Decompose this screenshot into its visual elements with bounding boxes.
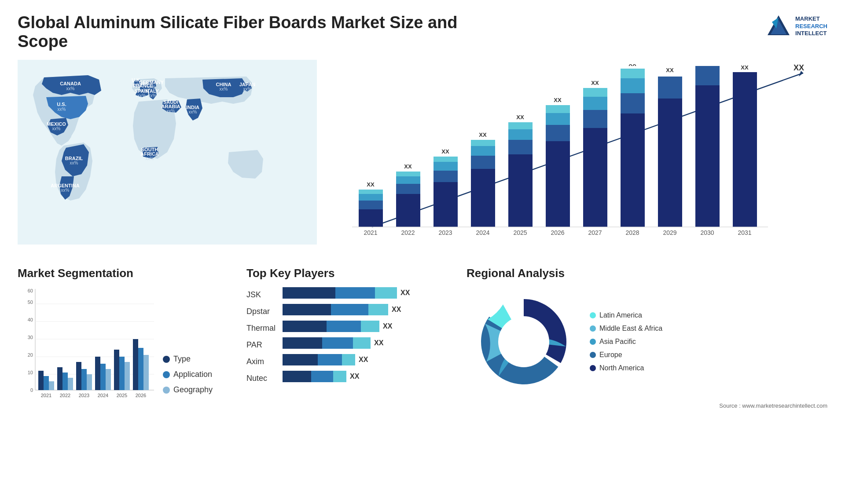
svg-text:2024: 2024 <box>476 229 489 236</box>
svg-text:0: 0 <box>30 387 33 393</box>
svg-text:2028: 2028 <box>625 229 639 236</box>
svg-rect-41 <box>359 194 383 201</box>
player-row-nutec: XX <box>283 368 458 385</box>
svg-text:2021: 2021 <box>41 393 51 398</box>
svg-text:XX: XX <box>441 148 449 155</box>
svg-text:xx%: xx% <box>148 93 157 98</box>
segmentation-title: Market Segmentation <box>18 267 238 280</box>
player-bar-jsk-mid <box>335 287 375 299</box>
header: Global Aluminum Silicate Fiber Boards Ma… <box>18 13 827 51</box>
source-text: Source : www.marketresearchintellect.com <box>467 402 827 409</box>
legend-type-dot <box>163 356 170 363</box>
svg-text:XX: XX <box>554 97 562 103</box>
bottom-row: Market Segmentation 0 10 20 30 40 50 60 <box>18 267 827 409</box>
svg-rect-67 <box>546 105 570 113</box>
svg-rect-123 <box>100 364 106 390</box>
svg-text:20: 20 <box>28 352 33 358</box>
svg-text:2024: 2024 <box>98 393 108 398</box>
svg-rect-59 <box>508 154 533 227</box>
reg-label-europe: Europe <box>599 351 622 359</box>
svg-rect-49 <box>434 182 458 227</box>
player-bar-jsk <box>283 287 397 299</box>
player-bar-jsk-light <box>375 287 397 299</box>
reg-legend-mea: Middle East & Africa <box>590 325 662 332</box>
svg-rect-57 <box>471 140 495 146</box>
player-bar-axim <box>283 354 355 365</box>
player-bar-dpstar-mid <box>331 304 368 315</box>
regional-section: Regional Analysis <box>467 267 827 409</box>
player-bar-nutec-mid <box>311 371 333 382</box>
page-wrapper: Global Aluminum Silicate Fiber Boards Ma… <box>0 0 845 504</box>
svg-text:2026: 2026 <box>551 229 564 236</box>
svg-rect-113 <box>38 371 44 390</box>
player-label-axim: Axim <box>246 353 276 370</box>
legend-application-label: Application <box>173 370 212 379</box>
seg-chart-svg: 0 10 20 30 40 50 60 <box>18 285 158 408</box>
svg-text:xx%: xx% <box>138 93 146 98</box>
reg-dot-europe <box>590 352 596 358</box>
svg-rect-74 <box>621 113 645 227</box>
legend-application-dot <box>163 371 170 378</box>
svg-rect-39 <box>359 209 383 227</box>
svg-rect-77 <box>621 69 645 78</box>
svg-rect-116 <box>57 367 62 390</box>
logo-area: MARKET RESEARCH INTELLECT <box>765 13 827 40</box>
svg-text:XX: XX <box>479 131 487 138</box>
svg-text:xx%: xx% <box>66 86 75 91</box>
svg-rect-56 <box>471 146 495 156</box>
bar-chart-container: XX XX XX <box>334 64 819 249</box>
svg-rect-52 <box>434 157 458 162</box>
svg-text:2030: 2030 <box>700 229 714 236</box>
players-labels: JSK Dpstar Thermal PAR Axim Nutec <box>246 285 276 387</box>
svg-text:XX: XX <box>591 80 599 86</box>
svg-rect-126 <box>119 357 125 390</box>
svg-rect-65 <box>546 125 570 141</box>
player-row-dpstar: XX <box>283 301 458 318</box>
logo-box: MARKET RESEARCH INTELLECT <box>765 13 827 40</box>
svg-rect-72 <box>583 88 607 97</box>
svg-rect-79 <box>658 99 682 227</box>
svg-rect-115 <box>49 381 54 390</box>
svg-rect-60 <box>508 140 533 154</box>
legend-type: Type <box>163 354 213 364</box>
svg-rect-120 <box>81 369 87 390</box>
svg-rect-125 <box>114 350 119 390</box>
player-bar-nutec-dark <box>283 371 311 382</box>
player-bar-thermal-light <box>361 321 379 332</box>
reg-legend-north-america: North America <box>590 364 662 372</box>
svg-rect-129 <box>138 348 143 390</box>
svg-text:2027: 2027 <box>588 229 602 236</box>
players-title: Top Key Players <box>246 267 458 280</box>
reg-dot-north-america <box>590 365 596 371</box>
svg-rect-124 <box>106 369 111 390</box>
world-map-svg: CANADA xx% U.S. xx% MEXICO xx% BRAZIL xx… <box>18 60 317 245</box>
svg-rect-51 <box>434 162 458 171</box>
svg-text:xx%: xx% <box>243 87 252 91</box>
reg-label-latin-america: Latin America <box>599 311 642 319</box>
svg-rect-119 <box>76 362 81 390</box>
legend-application: Application <box>163 370 213 379</box>
svg-text:xx%: xx% <box>167 109 175 113</box>
legend-geography: Geography <box>163 385 213 394</box>
svg-rect-70 <box>583 110 607 128</box>
player-bar-par-mid <box>322 337 353 349</box>
svg-rect-76 <box>621 78 645 93</box>
player-label-jsk: JSK <box>246 286 276 303</box>
svg-text:xx%: xx% <box>58 107 66 112</box>
player-label-nutec: Nutec <box>246 370 276 387</box>
svg-text:XX: XX <box>703 64 711 66</box>
svg-rect-127 <box>125 362 130 390</box>
svg-rect-46 <box>396 176 420 184</box>
svg-text:2031: 2031 <box>738 229 751 236</box>
svg-text:U.S.: U.S. <box>57 102 66 107</box>
svg-rect-55 <box>471 156 495 169</box>
svg-rect-75 <box>621 93 645 113</box>
svg-text:xx%: xx% <box>52 126 61 131</box>
legend-geography-label: Geography <box>173 385 213 394</box>
svg-text:XX: XX <box>367 181 375 188</box>
svg-text:30: 30 <box>28 335 33 340</box>
svg-rect-114 <box>44 376 49 390</box>
svg-rect-66 <box>546 113 570 125</box>
svg-text:2022: 2022 <box>60 393 70 398</box>
svg-rect-118 <box>68 378 73 390</box>
